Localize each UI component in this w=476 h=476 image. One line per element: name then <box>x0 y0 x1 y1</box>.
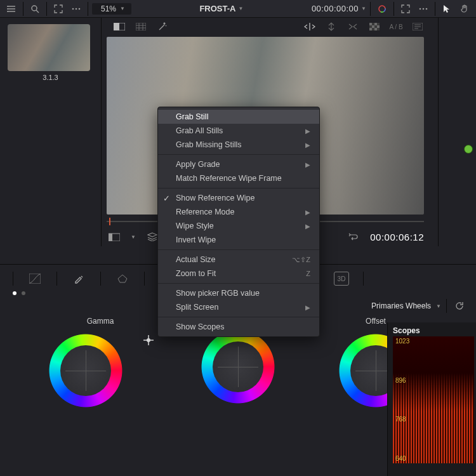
node[interactable] <box>464 145 473 154</box>
viewer-mode-icon[interactable] <box>107 230 122 244</box>
menu-grab-still[interactable]: Grab Still <box>158 110 319 124</box>
chevron-down-icon[interactable]: ▼ <box>436 303 441 309</box>
chevron-down-icon[interactable]: ▼ <box>361 6 366 11</box>
viewer-toolbar: A / B <box>107 18 430 36</box>
chevron-right-icon: ▶ <box>305 128 310 135</box>
nodes-panel <box>438 18 476 246</box>
3d-icon[interactable]: 3D <box>334 272 349 286</box>
scope-scale-label: 768 <box>395 416 409 423</box>
more-icon[interactable] <box>69 2 84 16</box>
svg-point-4 <box>72 8 74 10</box>
picker-icon[interactable] <box>141 333 156 347</box>
svg-rect-18 <box>374 23 377 25</box>
svg-rect-22 <box>374 28 377 30</box>
svg-point-32 <box>147 338 150 342</box>
svg-point-5 <box>76 8 77 10</box>
checker-icon[interactable] <box>367 20 382 34</box>
menu-actual-size[interactable]: Actual Size⌥⇧Z <box>158 253 319 267</box>
chevron-down-icon[interactable]: ▼ <box>131 234 136 240</box>
expand-icon[interactable] <box>398 2 413 16</box>
zoom-value: 51% <box>101 4 116 13</box>
top-toolbar: 51% ▼ FROST-A ▼ 00:00:00:00 ▼ <box>0 0 476 18</box>
chevron-down-icon: ▼ <box>238 6 243 11</box>
primaries-wheels-dropdown[interactable]: Primaries Wheels <box>371 301 431 310</box>
svg-rect-21 <box>369 28 372 30</box>
page-dot[interactable] <box>13 291 17 295</box>
gain-wheel[interactable] <box>197 326 279 408</box>
still-thumbnail[interactable] <box>8 24 90 71</box>
svg-rect-14 <box>114 23 119 30</box>
svg-point-1 <box>7 8 8 10</box>
highlight-icon[interactable] <box>410 20 425 34</box>
chevron-right-icon: ▶ <box>305 209 310 216</box>
reset-icon[interactable] <box>452 299 467 313</box>
more-icon[interactable] <box>416 2 431 16</box>
menu-grab-all-stills[interactable]: Grab All Stills▶ <box>158 124 319 138</box>
menu-invert-wipe[interactable]: Invert Wipe <box>158 233 319 247</box>
wipe-diagonal-icon[interactable] <box>345 20 360 34</box>
menu-match-reference[interactable]: Match Reference Wipe Frame <box>158 171 319 185</box>
zoom-level[interactable]: 51% ▼ <box>92 3 131 15</box>
gamma-wheel[interactable] <box>44 329 127 412</box>
image-wipe-icon[interactable] <box>112 20 127 34</box>
svg-rect-19 <box>372 25 374 28</box>
eyedropper-icon[interactable] <box>71 272 86 286</box>
menu-grab-missing-stills[interactable]: Grab Missing Stills▶ <box>158 138 319 152</box>
search-icon[interactable] <box>27 2 43 16</box>
expand-icon[interactable] <box>51 2 66 16</box>
pointer-icon[interactable] <box>439 2 454 16</box>
chevron-right-icon: ▶ <box>305 223 310 230</box>
wipe-vertical-icon[interactable] <box>324 20 339 34</box>
playhead[interactable] <box>109 218 110 225</box>
wheel-label-gamma: Gamma <box>87 317 114 326</box>
menu-show-scopes[interactable]: Show Scopes <box>158 320 319 334</box>
shape-icon[interactable] <box>115 272 130 286</box>
chevron-right-icon: ▶ <box>305 304 310 311</box>
hand-icon[interactable] <box>457 2 472 16</box>
clip-title[interactable]: FROST-A ▼ <box>134 4 309 13</box>
menu-icon[interactable] <box>4 2 19 16</box>
check-icon: ✓ <box>163 194 170 203</box>
magic-wand-icon[interactable] <box>155 20 170 34</box>
scopes-title: Scopes <box>393 326 473 335</box>
svg-point-6 <box>79 8 81 10</box>
still-label: 3.1.3 <box>8 74 93 81</box>
wheel-label-offset: Offset <box>366 317 386 326</box>
curves-icon[interactable] <box>27 272 43 286</box>
position-timecode: 00:00:06:12 <box>370 232 424 242</box>
page-dot[interactable] <box>22 291 25 295</box>
svg-rect-15 <box>136 23 146 30</box>
svg-rect-17 <box>369 23 372 25</box>
scope-scale-label: 1023 <box>395 338 409 345</box>
stills-gallery: 3.1.3 <box>0 18 102 246</box>
grid-icon[interactable] <box>133 20 149 34</box>
scope-display: 1023 896 768 640 <box>393 336 474 463</box>
scope-scale-label: 640 <box>395 455 409 462</box>
svg-rect-25 <box>109 234 112 241</box>
scopes-panel: Scopes 1023 896 768 640 <box>387 322 476 476</box>
menu-zoom-to-fit[interactable]: Zoom to FitZ <box>158 267 319 281</box>
svg-point-10 <box>420 8 421 10</box>
svg-point-11 <box>423 8 425 10</box>
menu-reference-mode[interactable]: Reference Mode▶ <box>158 205 319 219</box>
chevron-down-icon: ▼ <box>120 6 125 11</box>
color-wheel-icon[interactable] <box>374 2 390 16</box>
chevron-right-icon: ▶ <box>305 142 310 149</box>
menu-split-screen[interactable]: Split Screen▶ <box>158 300 319 314</box>
ab-compare-icon[interactable]: A / B <box>388 20 404 34</box>
chevron-right-icon: ▶ <box>305 161 310 168</box>
wipe-horizontal-icon[interactable] <box>302 20 317 34</box>
svg-point-0 <box>7 6 8 7</box>
loop-icon[interactable] <box>346 230 361 244</box>
menu-show-reference-wipe[interactable]: ✓Show Reference Wipe <box>158 191 319 205</box>
svg-rect-20 <box>377 25 380 28</box>
svg-point-3 <box>32 6 37 11</box>
menu-show-picker-rgb[interactable]: Show picker RGB value <box>158 286 319 300</box>
svg-point-12 <box>426 8 428 10</box>
scope-scale-label: 896 <box>395 377 409 384</box>
menu-wipe-style[interactable]: Wipe Style▶ <box>158 219 319 233</box>
svg-point-2 <box>7 11 8 12</box>
viewer-context-menu: Grab Still Grab All Stills▶ Grab Missing… <box>157 107 320 337</box>
menu-apply-grade[interactable]: Apply Grade▶ <box>158 157 319 171</box>
source-timecode: 00:00:00:00 <box>312 4 359 13</box>
